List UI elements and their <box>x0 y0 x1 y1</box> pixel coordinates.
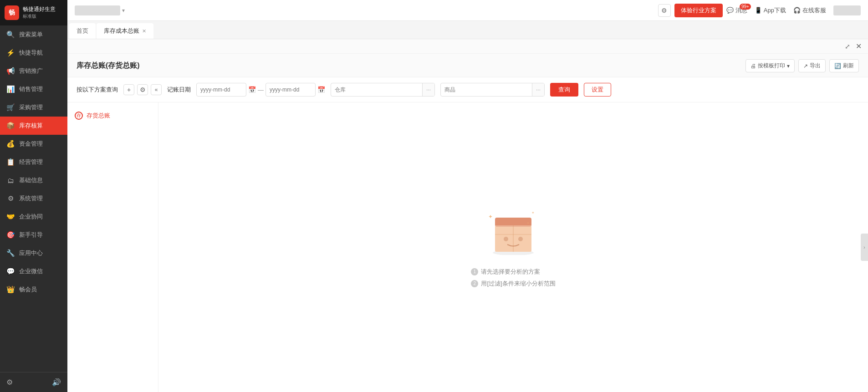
sidebar-item-operations[interactable]: 📋 经营管理 <box>0 153 67 171</box>
date-end-input[interactable] <box>266 83 316 97</box>
main-area: ▾ ⚙ 体验行业方案 💬 消息 99+ 📱 App下载 🎧 在线客服 <box>67 0 868 392</box>
product-input[interactable] <box>441 87 532 93</box>
app-download-btn[interactable]: 📱 App下载 <box>755 6 786 15</box>
sidebar-item-label: 基础信息 <box>19 176 43 184</box>
right-panel-toggle[interactable]: › <box>861 234 868 261</box>
tip-number-2: 2 <box>471 280 478 287</box>
sidebar-item-marketing[interactable]: 📢 营销推广 <box>0 62 67 80</box>
svg-text:✦: ✦ <box>531 211 535 215</box>
newbie-icon: 🎯 <box>6 231 15 239</box>
refresh-btn[interactable]: 🔄 刷新 <box>829 59 859 72</box>
collapse-icon: « <box>155 87 158 93</box>
add-filter-btn[interactable]: + <box>123 84 134 95</box>
sidebar-item-label: 库存核算 <box>19 122 43 130</box>
sidebar-item-enterprise[interactable]: 🤝 企业协同 <box>0 208 67 226</box>
sidebar-item-basic[interactable]: 🗂 基础信息 <box>0 171 67 189</box>
industry-solution-button[interactable]: 体验行业方案 <box>674 4 723 17</box>
page-header: 库存总账(存货总账) 🖨 按模板打印 ▾ ↗ 导出 🔄 刷新 <box>67 54 868 77</box>
home-tab-label: 首页 <box>77 27 88 35</box>
topbar-breadcrumb <box>75 5 120 15</box>
tip-item-1: 1 请先选择要分析的方案 <box>471 266 555 278</box>
scheme-item-inventory[interactable]: 存 存货总账 <box>67 108 158 123</box>
tab-label: 库存成本总账 <box>104 27 139 35</box>
empty-illustration: ✦ ✦ ✦ <box>486 205 541 255</box>
tab-inventory-cost[interactable]: 库存成本总账 ✕ <box>97 23 153 39</box>
tip-text-2: 用[过滤]条件来缩小分析范围 <box>481 278 555 290</box>
search-btn[interactable]: 查询 <box>550 83 578 97</box>
sidebar-item-label: 新手引导 <box>19 231 43 239</box>
panel-close-btn[interactable]: ✕ <box>853 41 864 51</box>
date-start-input[interactable] <box>196 83 246 97</box>
marketing-icon: 📢 <box>6 67 15 75</box>
apps-icon: 🔧 <box>6 249 15 257</box>
tab-home[interactable]: 首页 <box>69 23 96 39</box>
online-service-label: 在线客服 <box>802 6 826 15</box>
sidebar-item-label: 快捷导航 <box>19 49 43 57</box>
page-actions: 🖨 按模板打印 ▾ ↗ 导出 🔄 刷新 <box>745 59 859 72</box>
product-field: ··· <box>440 83 545 97</box>
warehouse-more-btn[interactable]: ··· <box>422 83 434 96</box>
app-icon: 📱 <box>755 7 762 14</box>
panel-expand-btn[interactable]: ⤢ <box>842 42 853 51</box>
settings-footer-icon[interactable]: ⚙ <box>6 378 13 387</box>
sidebar-item-wechat[interactable]: 💬 企业微信 <box>0 262 67 280</box>
topbar-gear-btn[interactable]: ⚙ <box>658 4 671 17</box>
messages-btn[interactable]: 💬 消息 99+ <box>726 6 747 15</box>
warehouse-input[interactable] <box>331 87 422 93</box>
filter-collapse-btn[interactable]: « <box>151 84 162 95</box>
sidebar-item-quick-nav[interactable]: ⚡ 快捷导航 <box>0 44 67 62</box>
add-icon: + <box>127 86 131 93</box>
svg-point-7 <box>518 237 523 241</box>
warehouse-field: ··· <box>331 83 435 97</box>
page-title: 库存总账(存货总账) <box>77 61 140 71</box>
scheme-icon-text: 存 <box>77 112 81 119</box>
tip-number-1: 1 <box>471 268 478 275</box>
toggle-arrow-icon: › <box>863 245 865 250</box>
filter-settings-btn[interactable]: ⚙ <box>137 84 148 95</box>
export-icon: ↗ <box>803 63 808 69</box>
tab-close-icon[interactable]: ✕ <box>142 29 146 34</box>
sales-icon: 📊 <box>6 85 15 93</box>
topbar: ▾ ⚙ 体验行业方案 💬 消息 99+ 📱 App下载 🎧 在线客服 <box>67 0 868 21</box>
member-icon: 👑 <box>6 285 15 294</box>
sidebar-item-funds[interactable]: 💰 资金管理 <box>0 135 67 153</box>
svg-text:✦: ✦ <box>527 222 529 224</box>
filter-scheme-panel: 存 存货总账 <box>67 102 158 392</box>
gear-icon: ⚙ <box>661 7 667 14</box>
audio-footer-icon[interactable]: 🔊 <box>52 378 61 387</box>
export-label: 导出 <box>810 62 821 70</box>
sidebar-item-inventory[interactable]: 📦 库存核算 <box>0 117 67 135</box>
calendar-start-icon[interactable]: 📅 <box>248 86 256 93</box>
sidebar-item-purchase[interactable]: 🛒 采购管理 <box>0 98 67 117</box>
sidebar-item-search[interactable]: 🔍 搜索菜单 <box>0 25 67 44</box>
sidebar-item-label: 营销推广 <box>19 67 43 75</box>
product-more-btn[interactable]: ··· <box>532 83 544 96</box>
tab-bar: 首页 库存成本总账 ✕ <box>67 21 868 39</box>
sidebar-item-system[interactable]: ⚙ 系统管理 <box>0 189 67 208</box>
sidebar-item-member[interactable]: 👑 畅会员 <box>0 280 67 299</box>
topbar-dropdown-arrow[interactable]: ▾ <box>122 7 125 14</box>
app-subtitle: 标准版 <box>23 13 56 20</box>
sidebar-item-sales[interactable]: 📊 销售管理 <box>0 80 67 98</box>
inventory-icon: 📦 <box>6 122 15 130</box>
print-template-btn[interactable]: 🖨 按模板打印 ▾ <box>745 59 795 72</box>
sidebar-item-label: 采购管理 <box>19 103 43 112</box>
sidebar-item-newbie[interactable]: 🎯 新手引导 <box>0 226 67 244</box>
filter-label: 按以下方案查询 <box>77 86 118 94</box>
user-avatar[interactable] <box>833 5 861 15</box>
basic-icon: 🗂 <box>6 177 15 184</box>
export-btn[interactable]: ↗ 导出 <box>798 59 826 72</box>
app-name: 畅捷通好生意 <box>23 6 56 13</box>
content-area: ⤢ ✕ 库存总账(存货总账) 🖨 按模板打印 ▾ ↗ 导出 🔄 刷新 <box>67 39 868 392</box>
setting-btn[interactable]: 设置 <box>584 83 611 97</box>
purchase-icon: 🛒 <box>6 103 15 112</box>
filter-actions: + ⚙ « <box>123 84 162 95</box>
sidebar-item-apps[interactable]: 🔧 应用中心 <box>0 244 67 262</box>
sidebar-footer: ⚙ 🔊 <box>0 372 67 392</box>
lightning-icon: ⚡ <box>6 49 15 57</box>
date-separator: — <box>258 87 264 93</box>
calendar-end-icon[interactable]: 📅 <box>317 86 325 93</box>
app-download-label: App下载 <box>764 6 786 15</box>
system-icon: ⚙ <box>6 194 15 203</box>
online-service-btn[interactable]: 🎧 在线客服 <box>793 6 826 15</box>
